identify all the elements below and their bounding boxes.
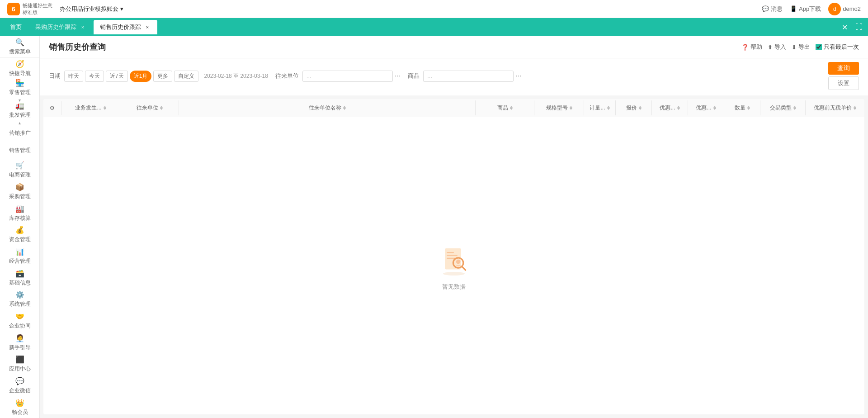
date-btn-yesterday[interactable]: 昨天 bbox=[64, 71, 83, 82]
sidebar-item-onboarding[interactable]: 🧑‍💼 新手引导 bbox=[0, 332, 39, 353]
th-gear[interactable]: ⚙ bbox=[43, 101, 61, 115]
partner-label: 往来单位 bbox=[275, 72, 299, 80]
sidebar-item-purchase-mgmt[interactable]: 📦 采购管理 bbox=[0, 180, 39, 202]
logo-area: 6 畅捷通好生意 标准版 bbox=[7, 2, 52, 15]
empty-state-icon bbox=[436, 241, 472, 277]
sidebar-label-search-menu: 搜索菜单 bbox=[9, 48, 31, 56]
import-button[interactable]: ⬆ 导入 bbox=[768, 43, 786, 51]
sidebar-label-basic-info: 基础信息 bbox=[9, 279, 31, 287]
page-actions: ❓ 帮助 ⬆ 导入 ⬇ 导出 只看最后一次 bbox=[741, 43, 859, 51]
sidebar-item-retail[interactable]: 🏪 零售管理 ▾ bbox=[0, 79, 39, 102]
th-discount2[interactable]: 优惠... bbox=[688, 100, 724, 115]
sort-product-icon bbox=[510, 106, 513, 110]
sidebar-item-wholesale[interactable]: 🚛 批发管理 ▴ bbox=[0, 102, 39, 124]
product-picker-icon[interactable]: ··· bbox=[515, 72, 521, 80]
top-bar-left: 6 畅捷通好生意 标准版 办公用品行业模拟账套 ▾ bbox=[7, 2, 127, 15]
sidebar-label-inventory: 库存核算 bbox=[9, 214, 31, 222]
empty-state: 暂无数据 bbox=[43, 117, 864, 414]
sales-history-tab-label: 销售历史价跟踪 bbox=[100, 23, 141, 31]
sort-unit-name-icon bbox=[343, 106, 346, 110]
th-unit[interactable]: 计量... bbox=[584, 100, 616, 115]
workspace-selector[interactable]: 办公用品行业模拟账套 ▾ bbox=[56, 3, 127, 15]
close-all-tabs-button[interactable]: ✕ bbox=[839, 22, 850, 33]
date-btn-more[interactable]: 更多 bbox=[153, 71, 172, 82]
th-product[interactable]: 商品 bbox=[476, 100, 534, 115]
handshake-icon: 🤝 bbox=[15, 312, 24, 321]
th-unit-name[interactable]: 往来单位名称 bbox=[179, 100, 476, 115]
export-button[interactable]: ⬇ 导出 bbox=[792, 43, 810, 51]
sidebar-label-finance: 资金管理 bbox=[9, 236, 31, 243]
tab-purchase-history[interactable]: 采购历史价跟踪 × bbox=[29, 20, 93, 34]
th-qty[interactable]: 数量 bbox=[724, 100, 760, 115]
settings-button[interactable]: 设置 bbox=[828, 76, 859, 90]
partner-input[interactable] bbox=[302, 71, 393, 82]
export-icon: ⬇ bbox=[792, 44, 797, 51]
sidebar-label-marketing: 营销推广 bbox=[9, 129, 31, 137]
th-qty-label: 数量 bbox=[735, 104, 745, 112]
tab-bar: 首页 采购历史价跟踪 × 销售历史价跟踪 × ✕ ⛶ bbox=[0, 18, 868, 36]
sales-history-close-icon[interactable]: × bbox=[144, 24, 151, 31]
sidebar-item-vip[interactable]: 👑 畅会员 bbox=[0, 396, 39, 418]
help-button[interactable]: ❓ 帮助 bbox=[741, 43, 762, 51]
page-header: 销售历史价查询 ❓ 帮助 ⬆ 导入 ⬇ 导出 bbox=[40, 36, 868, 58]
sidebar-item-search-menu[interactable]: 🔍 搜索菜单 bbox=[0, 36, 39, 58]
th-notax-price[interactable]: 优惠前无税单价 bbox=[806, 100, 864, 115]
product-label: 商品 bbox=[408, 72, 420, 80]
sidebar-label-operations: 经营管理 bbox=[9, 257, 31, 265]
query-button[interactable]: 查询 bbox=[828, 62, 859, 75]
date-btn-custom[interactable]: 自定义 bbox=[174, 71, 198, 82]
th-trade-label: 交易类型 bbox=[770, 104, 792, 112]
sidebar-label-vip: 畅会员 bbox=[12, 408, 28, 416]
tab-sales-history[interactable]: 销售历史价跟踪 × bbox=[94, 20, 157, 34]
date-buttons: 昨天 今天 近7天 近1月 更多 自定义 bbox=[64, 71, 198, 82]
th-spec[interactable]: 规格型号 bbox=[534, 100, 584, 115]
sidebar-item-ecommerce[interactable]: 🛒 电商管理 bbox=[0, 159, 39, 181]
analytics-icon: 📊 bbox=[15, 247, 24, 256]
filter-bar: 日期 昨天 今天 近7天 近1月 更多 自定义 2023-02-18 至 202… bbox=[40, 58, 868, 95]
sidebar-item-enterprise-coop[interactable]: 🤝 企业协同 bbox=[0, 310, 39, 332]
sidebar-item-quick-nav[interactable]: 🧭 快捷导航 bbox=[0, 58, 39, 80]
sidebar-item-finance[interactable]: 💰 资金管理 bbox=[0, 224, 39, 246]
sort-unit-code-icon bbox=[160, 106, 163, 110]
sidebar-item-operations[interactable]: 📊 经营管理 bbox=[0, 246, 39, 267]
sidebar-item-basic-info[interactable]: 🗃️ 基础信息 bbox=[0, 267, 39, 289]
partner-picker-icon[interactable]: ··· bbox=[395, 72, 401, 80]
help-icon: ❓ bbox=[741, 44, 749, 51]
logo-icon: 6 bbox=[7, 3, 20, 15]
th-date[interactable]: 业务发生... bbox=[61, 100, 120, 115]
sidebar-item-system[interactable]: ⚙️ 系统管理 bbox=[0, 289, 39, 310]
th-date-label: 业务发生... bbox=[75, 104, 101, 112]
th-price[interactable]: 报价 bbox=[616, 100, 652, 115]
sidebar-item-inventory[interactable]: 🏭 库存核算 bbox=[0, 202, 39, 224]
box-icon: 📦 bbox=[15, 183, 24, 191]
show-last-only-checkbox[interactable] bbox=[816, 44, 822, 50]
th-unit-name-label: 往来单位名称 bbox=[309, 104, 341, 112]
th-discount1[interactable]: 优惠... bbox=[652, 100, 688, 115]
logo-text: 畅捷通好生意 标准版 bbox=[23, 2, 52, 15]
content-area: 销售历史价查询 ❓ 帮助 ⬆ 导入 ⬇ 导出 bbox=[40, 36, 868, 418]
date-btn-last7days[interactable]: 近7天 bbox=[106, 71, 128, 82]
date-btn-today[interactable]: 今天 bbox=[85, 71, 104, 82]
purchase-history-tab-label: 采购历史价跟踪 bbox=[35, 23, 76, 31]
purchase-history-close-icon[interactable]: × bbox=[79, 24, 86, 31]
user-profile[interactable]: d demo2 bbox=[828, 3, 861, 15]
sidebar-item-app-center[interactable]: ⬛ 应用中心 bbox=[0, 353, 39, 375]
th-unit-code[interactable]: 往来单位 bbox=[120, 100, 179, 115]
settings-icon: ⚙️ bbox=[15, 290, 24, 299]
sidebar-item-enterprise-wechat[interactable]: 💬 企业微信 bbox=[0, 375, 39, 397]
date-btn-last1month[interactable]: 近1月 bbox=[130, 71, 152, 82]
sidebar-subitem-sales-mgmt[interactable]: 销售管理 bbox=[0, 142, 39, 159]
th-spec-label: 规格型号 bbox=[546, 104, 568, 112]
sort-spec-icon bbox=[570, 106, 572, 110]
product-input[interactable] bbox=[423, 71, 514, 82]
message-button[interactable]: 💬 消息 bbox=[762, 5, 783, 13]
gear-icon: ⚙ bbox=[50, 105, 55, 111]
money-icon: 💰 bbox=[15, 226, 24, 234]
sidebar-subitem-marketing[interactable]: 营销推广 bbox=[0, 124, 39, 142]
tab-home[interactable]: 首页 bbox=[4, 20, 28, 34]
th-trade[interactable]: 交易类型 bbox=[760, 100, 806, 115]
sidebar-label-quick-nav: 快捷导航 bbox=[9, 70, 31, 77]
maximize-button[interactable]: ⛶ bbox=[854, 22, 864, 33]
app-download-button[interactable]: 📱 App下载 bbox=[790, 5, 821, 13]
sidebar: 🔍 搜索菜单 🧭 快捷导航 🏪 零售管理 ▾ 🚛 批发管理 ▴ 营销推广 销售管… bbox=[0, 36, 40, 418]
